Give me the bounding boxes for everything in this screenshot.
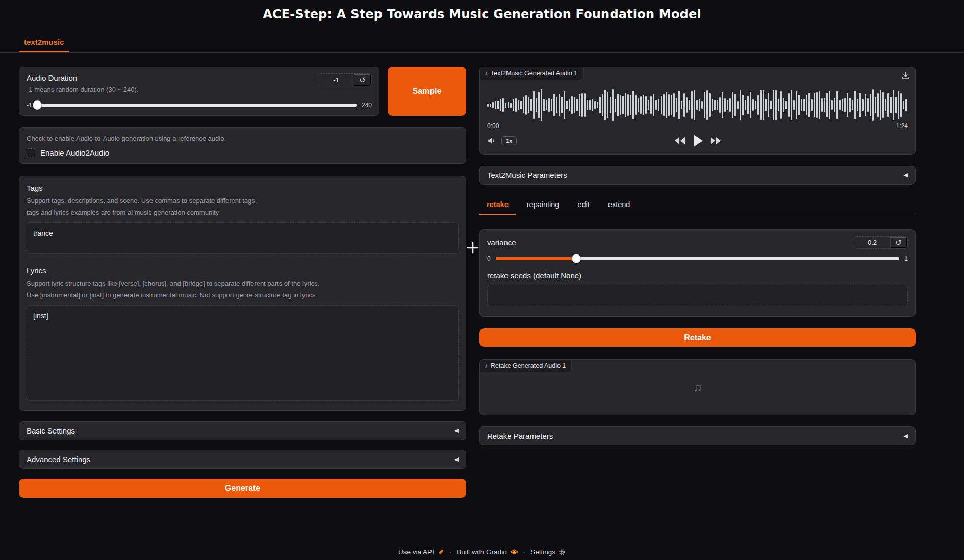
lyrics-info-2: Use [instrumental] or [inst] to generate… bbox=[27, 290, 459, 300]
basic-settings-accordion[interactable]: Basic Settings ◀ bbox=[19, 421, 466, 440]
tags-lyrics-panel: Tags Support tags, descriptions, and sce… bbox=[19, 176, 466, 411]
gradio-logo-icon bbox=[510, 549, 518, 555]
audio-duration-reset-button[interactable]: ↺ bbox=[354, 74, 371, 86]
advanced-settings-collapse-icon: ◀ bbox=[454, 456, 459, 463]
player-duration: 1:24 bbox=[896, 122, 908, 130]
retake-audio-player: ♪ Retake Generated Audio 1 ♫ bbox=[479, 359, 916, 415]
footer-separator: · bbox=[449, 548, 452, 556]
page-title: ACE-Step: A Step Towards Music Generatio… bbox=[0, 0, 964, 21]
advanced-settings-accordion[interactable]: Advanced Settings ◀ bbox=[19, 450, 466, 469]
lyrics-info-1: Support lyric structure tags like [verse… bbox=[27, 278, 459, 289]
lyrics-label: Lyrics bbox=[27, 266, 459, 275]
text2music-parameters-accordion[interactable]: Text2Music Parameters ◀ bbox=[479, 166, 916, 185]
variance-slider[interactable] bbox=[496, 257, 900, 260]
audio-duration-number-input[interactable] bbox=[318, 74, 354, 86]
audio2audio-checkbox-row[interactable]: Enable Audio2Audio bbox=[27, 148, 459, 157]
audio2audio-info: Check to enable Audio-to-Audio generatio… bbox=[27, 134, 459, 144]
audio-duration-min-label: -1 bbox=[27, 101, 32, 109]
use-via-api-label: Use via API bbox=[398, 548, 434, 556]
text2music-audio-label: Text2Music Generated Audio 1 bbox=[491, 70, 577, 77]
audio-duration-info: -1 means random duration (30 ~ 240). bbox=[27, 85, 138, 95]
player-current-time: 0:00 bbox=[487, 122, 499, 130]
tags-input[interactable]: trance bbox=[27, 222, 459, 254]
audio2audio-checkbox[interactable] bbox=[27, 148, 35, 157]
variance-reset-button[interactable]: ↺ bbox=[890, 237, 907, 248]
sample-button[interactable]: Sample bbox=[388, 67, 466, 116]
waveform[interactable] bbox=[487, 89, 908, 121]
retake-parameters-collapse-icon: ◀ bbox=[904, 432, 908, 439]
lyrics-input[interactable]: [inst] bbox=[27, 305, 459, 401]
download-icon[interactable] bbox=[901, 71, 910, 82]
tags-info-2: tags and lyrics examples are from ai mus… bbox=[27, 208, 459, 218]
left-column: Audio Duration -1 means random duration … bbox=[19, 67, 466, 498]
retake-parameters-label: Retake Parameters bbox=[487, 431, 553, 440]
built-with-gradio-label: Built with Gradio bbox=[456, 548, 506, 556]
basic-settings-collapse-icon: ◀ bbox=[454, 427, 459, 434]
gear-icon bbox=[559, 549, 566, 556]
audio-duration-label: Audio Duration bbox=[27, 73, 138, 82]
tab-edit[interactable]: edit bbox=[570, 197, 596, 215]
variance-number-input[interactable] bbox=[854, 237, 890, 248]
rocket-icon bbox=[437, 549, 444, 556]
tab-extend[interactable]: extend bbox=[601, 197, 638, 215]
tab-repainting[interactable]: repainting bbox=[520, 197, 567, 215]
advanced-settings-label: Advanced Settings bbox=[27, 455, 90, 464]
music-note-icon: ♪ bbox=[485, 362, 488, 369]
variance-label: variance bbox=[487, 238, 516, 247]
tags-info-1: Support tags, descriptions, and scene. U… bbox=[27, 196, 459, 206]
retake-button[interactable]: Retake bbox=[479, 328, 916, 347]
music-note-icon: ♪ bbox=[485, 70, 488, 77]
playback-speed-button[interactable]: 1x bbox=[501, 136, 517, 145]
footer-separator: · bbox=[523, 548, 526, 556]
footer: Use via API · Built with Gradio · Settin… bbox=[0, 548, 964, 556]
audio2audio-checkbox-label: Enable Audio2Audio bbox=[40, 148, 109, 157]
text2music-parameters-label: Text2Music Parameters bbox=[487, 171, 567, 180]
settings-label: Settings bbox=[530, 548, 555, 556]
settings-link[interactable]: Settings bbox=[530, 548, 566, 556]
use-via-api-link[interactable]: Use via API bbox=[398, 548, 444, 556]
variance-slider-handle[interactable] bbox=[572, 254, 581, 263]
variance-max-label: 1 bbox=[904, 255, 908, 262]
audio2audio-panel: Check to enable Audio-to-Audio generatio… bbox=[19, 127, 466, 164]
basic-settings-label: Basic Settings bbox=[27, 426, 75, 435]
variance-number-group: ↺ bbox=[854, 236, 908, 249]
retake-audio-chip: ♪ Retake Generated Audio 1 bbox=[480, 360, 572, 372]
generate-button[interactable]: Generate bbox=[19, 479, 466, 498]
retake-parameters-accordion[interactable]: Retake Parameters ◀ bbox=[479, 426, 916, 445]
right-column: ♪ Text2Music Generated Audio 1 0:00 1:24 bbox=[479, 67, 916, 445]
empty-audio-note-icon: ♫ bbox=[693, 380, 702, 394]
retake-tabbar: retake repainting edit extend bbox=[479, 197, 916, 215]
built-with-gradio-link[interactable]: Built with Gradio bbox=[456, 548, 518, 556]
tab-retake[interactable]: retake bbox=[479, 197, 516, 215]
tab-text2music[interactable]: text2music bbox=[19, 35, 69, 52]
text2music-parameters-collapse-icon: ◀ bbox=[904, 172, 908, 179]
retake-seeds-input[interactable] bbox=[487, 285, 908, 306]
fast-forward-icon[interactable] bbox=[710, 137, 721, 145]
main-tabbar: text2music bbox=[0, 35, 964, 53]
audio-duration-number-group: ↺ bbox=[318, 73, 372, 86]
variance-panel: variance ↺ 0 1 retake seeds (default Non… bbox=[479, 229, 916, 317]
audio-duration-slider[interactable] bbox=[37, 104, 357, 107]
retake-seeds-label: retake seeds (default None) bbox=[487, 271, 908, 280]
variance-min-label: 0 bbox=[487, 255, 491, 262]
audio-duration-panel: Audio Duration -1 means random duration … bbox=[19, 67, 379, 116]
audio-duration-slider-handle[interactable] bbox=[33, 100, 42, 110]
retake-audio-label: Retake Generated Audio 1 bbox=[491, 362, 566, 369]
text2music-audio-chip: ♪ Text2Music Generated Audio 1 bbox=[480, 67, 584, 80]
play-icon[interactable] bbox=[693, 135, 703, 147]
audio-duration-max-label: 240 bbox=[362, 101, 372, 109]
volume-icon[interactable] bbox=[487, 136, 496, 145]
text2music-audio-player: ♪ Text2Music Generated Audio 1 0:00 1:24 bbox=[479, 67, 916, 155]
tags-label: Tags bbox=[27, 184, 459, 192]
rewind-icon[interactable] bbox=[674, 137, 686, 145]
